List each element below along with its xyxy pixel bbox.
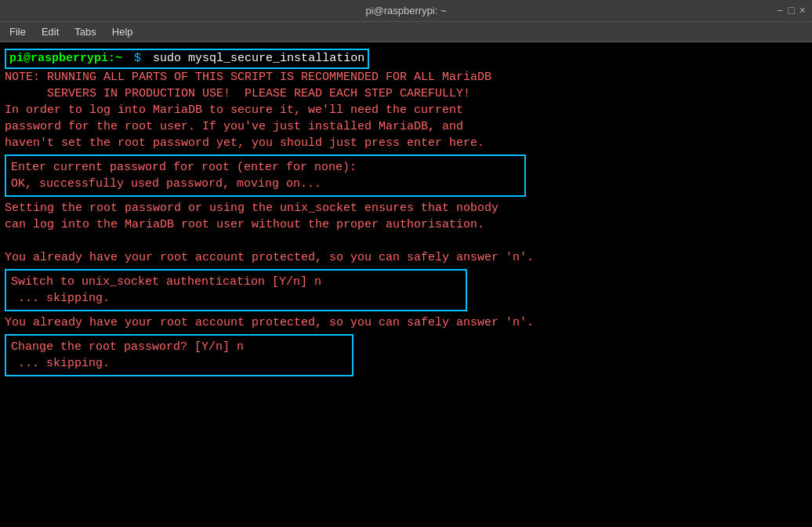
prompt-separator: :~ (108, 52, 122, 65)
protected-text-2: You already have your root account prote… (5, 314, 807, 331)
unix-socket-answer: Switch to unix_socket authentication [Y/… (11, 274, 461, 307)
menu-file[interactable]: File (3, 24, 32, 39)
prompt-box: pi@raspberrypi:~ $ sudo mysql_secure_ins… (5, 49, 369, 69)
window-controls[interactable]: − □ × (777, 5, 806, 17)
unix-socket-text: Setting the root password or using the u… (5, 200, 807, 266)
change-password-box: Change the root password? [Y/n] n ... sk… (5, 334, 353, 376)
menu-edit[interactable]: Edit (35, 24, 65, 39)
maximize-button[interactable]: □ (788, 5, 794, 17)
menu-tabs[interactable]: Tabs (68, 24, 102, 39)
terminal-window: pi@raspberrypi: ~ − □ × File Edit Tabs H… (0, 0, 812, 527)
unix-socket-box: Switch to unix_socket authentication [Y/… (5, 269, 467, 311)
terminal-content: pi@raspberrypi:~ $ sudo mysql_secure_ins… (5, 49, 807, 376)
password-prompt-text: Enter current password for root (enter f… (11, 159, 520, 192)
note-text: NOTE: RUNNING ALL PARTS OF THIS SCRIPT I… (5, 69, 807, 102)
prompt-line: pi@raspberrypi:~ $ sudo mysql_secure_ins… (5, 49, 807, 69)
prompt-command: sudo mysql_secure_installation (153, 52, 364, 65)
terminal-area[interactable]: pi@raspberrypi:~ $ sudo mysql_secure_ins… (0, 42, 812, 527)
prompt-dollar: $ (134, 52, 141, 65)
prompt-user: pi@raspberrypi (9, 52, 108, 65)
info-text: In order to log into MariaDB to secure i… (5, 102, 807, 151)
minimize-button[interactable]: − (777, 5, 783, 17)
close-button[interactable]: × (799, 5, 806, 17)
window-title: pi@raspberrypi: ~ (365, 5, 446, 16)
title-bar: pi@raspberrypi: ~ − □ × (0, 0, 812, 22)
menu-help[interactable]: Help (106, 24, 140, 39)
menu-bar: File Edit Tabs Help (0, 22, 812, 42)
password-prompt-box: Enter current password for root (enter f… (5, 154, 526, 197)
change-password-text: Change the root password? [Y/n] n ... sk… (11, 339, 347, 372)
